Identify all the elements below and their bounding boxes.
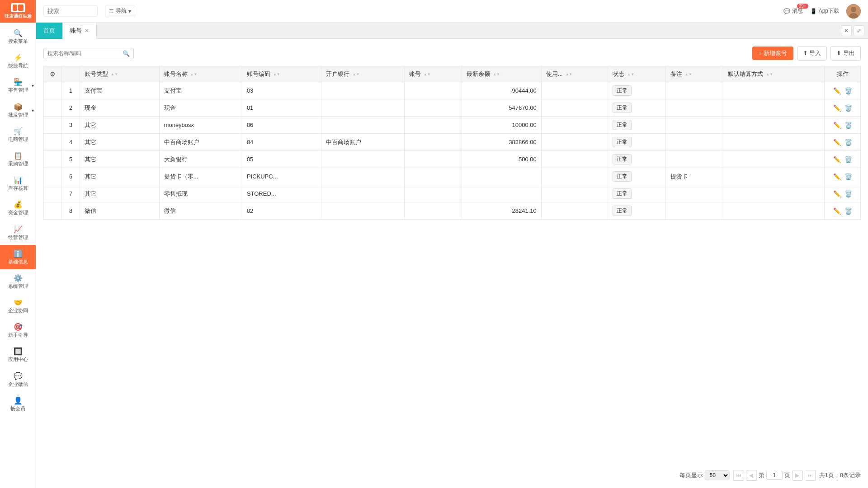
sidebar-item-label: 电商管理	[8, 136, 28, 142]
sidebar-item-label: 应用中心	[8, 357, 28, 362]
sidebar-item-ecom-mgmt[interactable]: 🛒 电商管理	[0, 122, 36, 147]
header-search-input[interactable]	[43, 5, 98, 17]
col-header-remark[interactable]: 备注 ▲▼	[665, 66, 723, 82]
col-header-status[interactable]: 状态 ▲▼	[608, 66, 665, 82]
row-account-cell	[404, 168, 462, 185]
sidebar-item-enterprise-agreement[interactable]: 🤝 企业协同	[0, 294, 36, 318]
sidebar-item-ops-mgmt[interactable]: 📈 经营管理	[0, 221, 36, 245]
sidebar-item-quick-nav[interactable]: ⚡ 快捷导航	[0, 49, 36, 73]
delete-icon[interactable]: 🗑️	[844, 190, 852, 197]
sidebar-item-label: 快捷导航	[8, 63, 28, 69]
logo-text: 旺店通好生意	[5, 13, 32, 19]
delete-icon[interactable]: 🗑️	[844, 173, 852, 180]
sidebar-item-finance-mgmt[interactable]: 💰 资金管理	[0, 196, 36, 220]
row-status-cell: 正常	[608, 151, 665, 168]
col-header-bank[interactable]: 开户银行 ▲▼	[321, 66, 404, 82]
col-header-code[interactable]: 账号编码 ▲▼	[242, 66, 321, 82]
edit-icon[interactable]: ✏️	[833, 190, 841, 197]
table-container: ⚙ 账号类型 ▲▼ 账号名称 ▲▼	[43, 66, 861, 463]
edit-icon[interactable]: ✏️	[833, 139, 841, 146]
add-account-button[interactable]: + 新增账号	[752, 47, 793, 60]
edit-icon[interactable]: ✏️	[833, 173, 841, 180]
col-header-balance[interactable]: 最新余额 ▲▼	[462, 66, 542, 82]
last-page-button[interactable]: ⏭	[805, 470, 816, 481]
sidebar-item-sys-mgmt[interactable]: ⚙️ 系统管理	[0, 269, 36, 294]
row-code-cell: 06	[242, 117, 321, 134]
svg-point-3	[851, 7, 856, 12]
edit-icon[interactable]: ✏️	[833, 156, 841, 163]
row-status-cell: 正常	[608, 82, 665, 99]
row-code-cell: 05	[242, 151, 321, 168]
sidebar-item-enterprise-wechat[interactable]: 💬 企业微信	[0, 367, 36, 392]
app-icon: 📱	[810, 8, 817, 14]
delete-icon[interactable]: 🗑️	[844, 207, 852, 215]
first-page-button[interactable]: ⏮	[733, 470, 744, 481]
sidebar-item-beginner-guide[interactable]: 🎯 新手引导	[0, 318, 36, 343]
header-left: ☰ 导航 ▾	[43, 5, 135, 17]
col-header-type[interactable]: 账号类型 ▲▼	[80, 66, 160, 82]
row-remark-cell	[665, 185, 723, 202]
search-icon[interactable]: 🔍	[123, 50, 130, 57]
sidebar-logo: 旺店通好生意	[0, 0, 36, 23]
sidebar-item-wholesale-mgmt[interactable]: 📦 批发管理 ▾	[0, 98, 36, 122]
delete-icon[interactable]: 🗑️	[844, 122, 852, 129]
edit-icon[interactable]: ✏️	[833, 87, 841, 94]
table-row: 4 其它 中百商场账户 04 中百商场账户 383866.00 正常 ✏️ 🗑️	[44, 134, 861, 151]
sidebar-item-app-center[interactable]: 🔲 应用中心	[0, 343, 36, 367]
delete-icon[interactable]: 🗑️	[844, 104, 852, 112]
tab-close-all-button[interactable]: ✕	[841, 25, 852, 36]
next-page-button[interactable]: ▶	[792, 470, 803, 481]
tab-home[interactable]: 首页	[36, 23, 63, 39]
edit-icon[interactable]: ✏️	[833, 122, 841, 129]
row-status-cell: 正常	[608, 168, 665, 185]
per-page-select[interactable]: 50 20 100	[705, 470, 730, 480]
row-no-cell: 7	[62, 185, 80, 202]
row-usage-cell	[541, 117, 608, 134]
sidebar-item-inventory-check[interactable]: 📊 库存核算	[0, 171, 36, 196]
tab-close-icon[interactable]: ✕	[85, 28, 89, 34]
col-header-settings[interactable]: ⚙	[44, 66, 62, 82]
status-badge: 正常	[613, 171, 632, 182]
sidebar-item-label: 基础信息	[8, 259, 28, 265]
nav-button[interactable]: ☰ 导航 ▾	[105, 5, 135, 17]
message-button[interactable]: 💬 消息 99+	[783, 7, 803, 15]
sidebar-item-basic-info[interactable]: ℹ️ 基础信息	[0, 245, 36, 269]
sort-icon: ▲▼	[685, 72, 692, 76]
row-balance-cell: 547670.00	[462, 99, 542, 117]
delete-icon[interactable]: 🗑️	[844, 156, 852, 163]
prev-page-button[interactable]: ◀	[746, 470, 757, 481]
sidebar-item-purchase-mgmt[interactable]: 📋 采购管理	[0, 147, 36, 171]
page-input[interactable]	[766, 471, 783, 480]
row-code-cell: 01	[242, 99, 321, 117]
sidebar-item-label: 系统管理	[8, 283, 28, 289]
edit-icon[interactable]: ✏️	[833, 207, 841, 215]
tab-maximize-button[interactable]: ⤢	[854, 25, 864, 36]
col-header-account[interactable]: 账号 ▲▼	[404, 66, 462, 82]
sidebar-item-retail-mgmt[interactable]: 🏪 零售管理 ▾	[0, 73, 36, 98]
app-download-button[interactable]: 📱 App下载	[810, 7, 839, 15]
sys-mgmt-icon: ⚙️	[14, 274, 23, 282]
gear-icon[interactable]: ⚙	[50, 70, 56, 78]
search-input[interactable]	[47, 50, 121, 56]
user-avatar[interactable]	[846, 4, 861, 19]
import-button[interactable]: ⬆ 导入	[797, 46, 827, 61]
edit-icon[interactable]: ✏️	[833, 104, 841, 112]
row-balance-cell: -90444.00	[462, 82, 542, 99]
sidebar-item-member[interactable]: 👤 畅会员	[0, 392, 36, 416]
sidebar-item-label: 采购管理	[8, 161, 28, 167]
pagination-bar: 每页显示 50 20 100 ⏮ ◀ 第 页 ▶ ⏭ 共1页，8条记录	[43, 470, 861, 481]
row-code-cell: 04	[242, 134, 321, 151]
col-header-default-settlement[interactable]: 默认结算方式 ▲▼	[723, 66, 825, 82]
row-actions-cell: ✏️ 🗑️	[825, 202, 861, 220]
row-code-cell: 03	[242, 82, 321, 99]
export-button[interactable]: ⬇ 导出	[830, 46, 861, 61]
delete-icon[interactable]: 🗑️	[844, 139, 852, 146]
delete-icon[interactable]: 🗑️	[844, 87, 852, 94]
retail-mgmt-icon: 🏪	[14, 78, 23, 86]
search-menu-icon: 🔍	[14, 29, 23, 38]
col-header-usage[interactable]: 使用... ▲▼	[541, 66, 608, 82]
tab-account[interactable]: 账号 ✕	[63, 23, 97, 39]
col-header-name[interactable]: 账号名称 ▲▼	[159, 66, 242, 82]
sidebar-item-search-menu[interactable]: 🔍 搜索菜单	[0, 24, 36, 49]
chevron-down-icon: ▾	[128, 8, 131, 14]
